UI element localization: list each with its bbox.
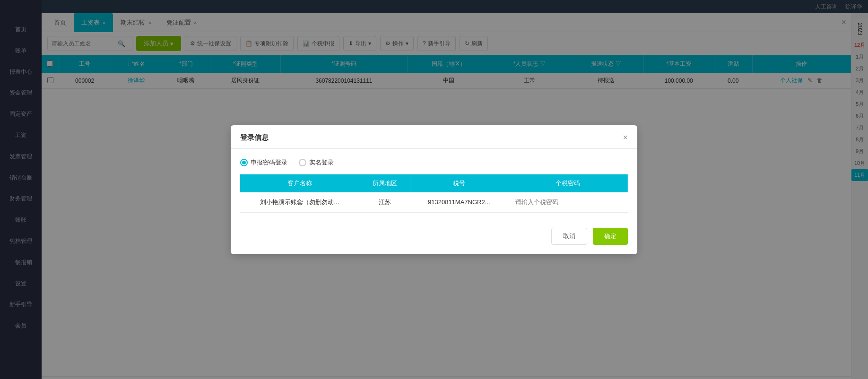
col-region: 所属地区 [359, 174, 410, 192]
modal-overlay: 登录信息 × 申报密码登录 实名登录 客户名称 [0, 0, 868, 379]
col-tax-no: 税号 [410, 174, 508, 192]
col-tax-password: 个税密码 [508, 174, 627, 192]
cell-client-name: 刘小艳演示账套（勿删勿动... [240, 192, 359, 213]
client-table: 客户名称 所属地区 税号 个税密码 刘小艳演示账套（勿删勿动... 江苏 913… [240, 174, 628, 213]
cell-tax-password [508, 192, 627, 213]
dialog-title: 登录信息 [240, 133, 269, 142]
dialog-close-button[interactable]: × [623, 133, 628, 143]
radio-realname-login[interactable]: 实名登录 [299, 158, 334, 167]
login-dialog: 登录信息 × 申报密码登录 实名登录 客户名称 [231, 125, 637, 254]
col-client-name: 客户名称 [240, 174, 359, 192]
dialog-body: 申报密码登录 实名登录 客户名称 所属地区 税号 个税密码 [231, 149, 637, 222]
confirm-button[interactable]: 确定 [593, 228, 628, 245]
cell-tax-no: 91320811MA7NGR2... [410, 192, 508, 213]
cancel-button[interactable]: 取消 [551, 228, 587, 245]
tax-password-input[interactable] [515, 198, 620, 206]
radio-password-login[interactable]: 申报密码登录 [240, 158, 287, 167]
login-type-radio-group: 申报密码登录 实名登录 [240, 158, 628, 167]
dialog-footer: 取消 确定 [231, 222, 637, 254]
client-table-row: 刘小艳演示账套（勿删勿动... 江苏 91320811MA7NGR2... [240, 192, 628, 213]
radio-password-indicator [240, 159, 248, 166]
radio-password-label: 申报密码登录 [251, 158, 287, 167]
radio-realname-label: 实名登录 [309, 158, 334, 167]
radio-realname-indicator [299, 159, 306, 166]
cell-region: 江苏 [359, 192, 410, 213]
dialog-header: 登录信息 × [231, 125, 637, 149]
